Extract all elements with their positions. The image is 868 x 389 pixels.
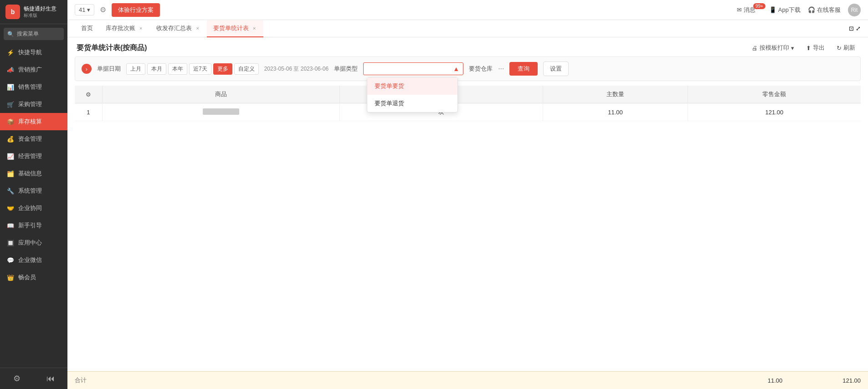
settings-button[interactable]: 设置 — [543, 61, 569, 76]
type-label: 单据类型 — [334, 65, 358, 73]
cell-seq: 1 — [75, 103, 102, 121]
th-quantity: 主数量 — [543, 86, 688, 103]
user-avatar[interactable]: Rit — [848, 4, 861, 16]
tab-bar: 首页 库存批次账 × 收发存汇总表 × 要货单统计表 × ⊡ ⤢ — [67, 20, 868, 37]
sales-icon: 📊 — [6, 83, 15, 91]
print-icon: 🖨 — [752, 45, 758, 51]
sidebar-item-sales[interactable]: 📊 销售管理 — [0, 78, 67, 96]
sidebar-item-purchase[interactable]: 🛒 采购管理 — [0, 96, 67, 113]
chevron-up-icon: ▲ — [453, 65, 459, 72]
page-title: 要货单统计表(按商品) — [77, 43, 147, 53]
fullscreen-icon: ⤢ — [856, 25, 861, 32]
sidebar-nav: ⚡ 快捷导航 📣 营销推广 📊 销售管理 🛒 采购管理 📦 库存核算 💰 资金管… — [0, 44, 67, 368]
sidebar-search[interactable]: 🔍 搜索菜单 — [4, 28, 64, 40]
promo-button[interactable]: 体验行业方案 — [112, 3, 160, 17]
headset-icon: 🎧 — [808, 6, 815, 13]
sidebar-item-guide[interactable]: 📖 新手引导 — [0, 217, 67, 234]
settings-btn[interactable]: ⚙ — [10, 372, 24, 385]
purchase-icon: 🛒 — [6, 100, 15, 108]
appstore-icon: 🔲 — [6, 239, 15, 247]
wechat-icon: 💬 — [6, 256, 15, 264]
dropdown-item-order-return[interactable]: 要货单退货 — [367, 95, 457, 112]
sidebar-bottom: ⚙ ⏮ — [0, 368, 67, 389]
summary-quantity: 11.00 — [768, 377, 783, 384]
date-btn-this-month[interactable]: 本月 — [147, 63, 166, 75]
sidebar-item-wechat[interactable]: 💬 企业微信 — [0, 251, 67, 269]
page-header: 要货单统计表(按商品) 🖨 按模板打印 ▾ ⬆ 导出 ↻ 刷新 — [67, 37, 868, 56]
messages-item[interactable]: ✉ 消息 99+ — [737, 6, 762, 14]
search-icon: 🔍 — [7, 31, 14, 37]
cell-quantity: 11.00 — [543, 103, 688, 121]
tab-order-summary[interactable]: 要货单统计表 × — [207, 20, 263, 37]
logo-text: 畅捷通好生意 标准版 — [24, 5, 56, 19]
date-btn-more[interactable]: 更多 — [213, 63, 232, 75]
app-download-item[interactable]: 📱 App下载 — [769, 6, 801, 14]
date-btn-last-month[interactable]: 上月 — [126, 63, 145, 75]
sidebar-item-appstore[interactable]: 🔲 应用中心 — [0, 234, 67, 251]
sidebar-item-enterprise[interactable]: 🤝 企业协同 — [0, 200, 67, 217]
system-icon: 🔧 — [6, 187, 15, 195]
tab-receive-summary[interactable]: 收发存汇总表 × — [150, 20, 206, 37]
sidebar-item-shortcut[interactable]: ⚡ 快捷导航 — [0, 44, 67, 61]
header-right: ✉ 消息 99+ 📱 App下载 🎧 在线客服 Rit — [737, 4, 861, 16]
dropdown-item-order-goods[interactable]: 要货单要货 — [367, 77, 457, 95]
sidebar-item-marketing[interactable]: 📣 营销推广 — [0, 61, 67, 78]
summary-row: 合计 11.00 121.00 — [67, 371, 868, 389]
th-settings[interactable]: ⚙ — [75, 86, 102, 103]
date-label: 单据日期 — [97, 65, 121, 73]
type-dropdown[interactable]: ▲ — [363, 62, 463, 75]
messages-badge: 99+ — [753, 3, 765, 9]
refresh-btn[interactable]: ↻ 刷新 — [833, 42, 859, 54]
type-input-value — [367, 65, 373, 73]
sidebar-item-system[interactable]: 🔧 系统管理 — [0, 182, 67, 200]
table-container: ⚙ 商品 主计量单位 主数量 零售金额 1 块 — [75, 86, 861, 371]
product-name — [203, 108, 239, 115]
date-range-text: 2023-05-06 至 2023-06-06 — [264, 65, 329, 73]
summary-amount: 121.00 — [842, 377, 861, 384]
date-btn-last-7days[interactable]: 近7天 — [189, 63, 211, 75]
enterprise-icon: 🤝 — [6, 204, 15, 212]
top-header: 41 ▾ ⚙ 体验行业方案 ✉ 消息 99+ 📱 App下载 🎧 在线客服 Ri… — [67, 0, 868, 20]
print-btn[interactable]: 🖨 按模板打印 ▾ — [748, 42, 798, 54]
chevron-down-icon: ▾ — [87, 6, 90, 13]
logo-icon: b — [5, 5, 20, 19]
export-icon: ⬆ — [806, 45, 811, 51]
org-selector[interactable]: 41 ▾ — [75, 4, 94, 15]
export-btn[interactable]: ⬆ 导出 — [802, 42, 828, 54]
header-gear-icon[interactable]: ⚙ — [100, 5, 106, 14]
warehouse-more-icon[interactable]: ··· — [498, 65, 504, 73]
table-row: 1 块 11.00 121.00 — [75, 103, 861, 121]
tab-close-receive-summary[interactable]: × — [195, 25, 200, 31]
sidebar-logo: b 畅捷通好生意 标准版 — [0, 0, 67, 24]
message-icon: ✉ — [737, 6, 742, 13]
tab-expand-btn[interactable]: ⊡ ⤢ — [849, 25, 861, 32]
sidebar-item-inventory[interactable]: 📦 库存核算 — [0, 113, 67, 130]
sidebar-item-operation[interactable]: 📈 经营管理 — [0, 148, 67, 165]
tab-home[interactable]: 首页 — [75, 20, 99, 37]
tab-close-order-summary[interactable]: × — [252, 25, 257, 31]
sidebar-item-finance[interactable]: 💰 资金管理 — [0, 130, 67, 148]
filter-expand-btn[interactable]: › — [82, 64, 92, 74]
marketing-icon: 📣 — [6, 66, 15, 74]
guide-icon: 📖 — [6, 221, 15, 230]
phone-icon: 📱 — [769, 6, 776, 13]
tab-close-inventory-batch[interactable]: × — [138, 25, 144, 31]
basic-icon: 🗂️ — [6, 169, 15, 178]
data-table: ⚙ 商品 主计量单位 主数量 零售金额 1 块 — [75, 86, 861, 121]
collapse-btn[interactable]: ⏮ — [43, 372, 58, 385]
expand-icon: ⊡ — [849, 25, 854, 32]
main-area: 41 ▾ ⚙ 体验行业方案 ✉ 消息 99+ 📱 App下载 🎧 在线客服 Ri… — [67, 0, 868, 389]
sidebar-item-member[interactable]: 👑 畅会员 — [0, 269, 67, 286]
tab-inventory-batch[interactable]: 库存批次账 × — [99, 20, 150, 37]
date-btn-custom[interactable]: 自定义 — [234, 63, 259, 75]
chevron-down-icon: ▾ — [791, 45, 794, 51]
table-gear-icon[interactable]: ⚙ — [86, 91, 91, 98]
warehouse-label: 要货仓库 — [469, 65, 493, 73]
date-btn-this-year[interactable]: 本年 — [168, 63, 187, 75]
inventory-icon: 📦 — [6, 118, 15, 126]
type-dropdown-overlay: 要货单要货 要货单退货 — [367, 77, 458, 113]
sidebar-item-basic[interactable]: 🗂️ 基础信息 — [0, 165, 67, 182]
online-service-item[interactable]: 🎧 在线客服 — [808, 6, 841, 14]
query-button[interactable]: 查询 — [509, 62, 538, 76]
filter-bar: › 单据日期 上月 本月 本年 近7天 更多 自定义 2023-05-06 至 … — [75, 56, 861, 81]
